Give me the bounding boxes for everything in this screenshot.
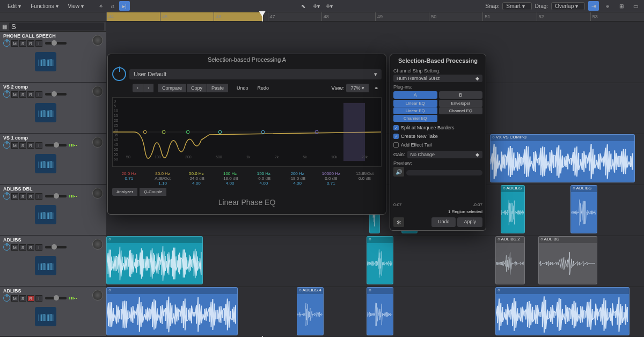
apply-button[interactable]: Apply — [457, 217, 482, 227]
track-icon[interactable] — [35, 103, 56, 122]
plugin-window[interactable]: Selection-based Processing A User Defaul… — [107, 54, 386, 215]
audio-region[interactable]: ○ — [367, 287, 393, 335]
track-header[interactable]: ADLIBS DBL M S R I — [0, 185, 106, 236]
plugin-slot[interactable]: Linear EQ — [393, 107, 437, 114]
volume-slider[interactable] — [45, 144, 67, 146]
track-icon[interactable] — [35, 256, 56, 275]
track-search-input[interactable] — [9, 23, 104, 31]
pointer-tool-icon[interactable]: ⬉ — [298, 1, 309, 11]
mute-button[interactable]: M — [11, 244, 18, 251]
audio-region[interactable]: ○ — [106, 236, 203, 284]
a-button[interactable]: A — [393, 91, 437, 99]
settings-icon[interactable]: ✻ — [393, 217, 404, 227]
pan-knob[interactable] — [92, 35, 103, 46]
plugin-slot[interactable]: Enveloper — [439, 100, 483, 107]
solo-button[interactable]: S — [19, 40, 26, 47]
plugin-slot[interactable]: Linear EQ — [393, 100, 437, 107]
tail-checkbox[interactable] — [393, 142, 399, 148]
track-power-button[interactable] — [3, 142, 10, 149]
track-icon[interactable] — [35, 205, 56, 224]
eq-band[interactable]: 12dB/Oct0.0 dB — [350, 171, 379, 186]
volume-slider[interactable] — [45, 195, 67, 197]
preview-slider[interactable] — [406, 170, 482, 175]
solo-button[interactable]: S — [19, 295, 26, 302]
plugin-power-button[interactable] — [112, 67, 126, 81]
track-header[interactable]: VS 1 comp M S R I — [0, 134, 106, 185]
functions-menu[interactable]: Functions▾ — [26, 2, 62, 10]
pan-knob[interactable] — [92, 86, 103, 97]
strip-select[interactable]: Hum Removal 50Hz◆ — [393, 75, 482, 82]
eq-band[interactable]: 20.0 Hz0.71 — [114, 171, 144, 186]
mute-button[interactable]: M — [11, 295, 18, 302]
audio-region[interactable]: ○ ADLIBS.2 — [495, 236, 525, 284]
sbp-undo-button[interactable]: Undo — [431, 217, 456, 227]
record-button[interactable]: R — [27, 91, 34, 98]
audio-region[interactable]: ○ — [367, 236, 393, 284]
eq-band[interactable]: 80.0 HzAdB/Oct1.10 — [148, 171, 178, 186]
track-icon[interactable] — [35, 307, 56, 326]
record-button[interactable]: R — [27, 142, 34, 149]
audio-region[interactable]: ○ ADLIBS — [538, 236, 597, 284]
snap-select[interactable]: Smart ▾ — [502, 2, 531, 10]
mute-button[interactable]: M — [11, 193, 18, 200]
volume-slider[interactable] — [45, 42, 67, 45]
undo-button[interactable]: Undo — [232, 84, 253, 92]
eq-band[interactable]: 150 Hz-6.0 dB4.00 — [249, 171, 279, 186]
pan-knob[interactable] — [92, 290, 103, 301]
record-button[interactable]: R — [27, 244, 34, 251]
input-button[interactable]: I — [35, 193, 42, 200]
next-preset-button[interactable]: › — [143, 84, 153, 92]
volume-slider[interactable] — [45, 93, 67, 96]
preview-play-button[interactable]: 🔊 — [393, 167, 404, 177]
audio-region[interactable]: ○ ADLIBS — [501, 185, 525, 233]
split-checkbox[interactable]: ✓ — [393, 125, 399, 130]
pan-knob[interactable] — [92, 137, 103, 148]
eq-band[interactable]: 100 Hz-18.0 dB4.00 — [215, 171, 245, 186]
marquee-tool-icon[interactable]: ✛▾ — [311, 1, 321, 11]
input-button[interactable]: I — [35, 142, 42, 149]
audio-region[interactable]: ○ ADLIBS — [570, 185, 597, 233]
add-track-icon[interactable]: ▦ — [2, 21, 7, 31]
b-button[interactable]: B — [439, 91, 483, 99]
volume-slider[interactable] — [45, 297, 67, 299]
solo-button[interactable]: S — [19, 193, 26, 200]
solo-button[interactable]: S — [19, 142, 26, 149]
track-icon[interactable] — [35, 154, 56, 173]
track-power-button[interactable] — [3, 193, 10, 200]
mute-button[interactable]: M — [11, 142, 18, 149]
input-button[interactable]: I — [35, 295, 42, 302]
track-header[interactable]: VS 2 comp M S R I — [0, 83, 106, 134]
track-power-button[interactable] — [3, 295, 10, 302]
eq-band[interactable]: 50.0 Hz-24.0 dB4.00 — [181, 171, 211, 186]
preset-select[interactable]: User Default▾ — [129, 69, 382, 79]
link-icon[interactable]: ⚭ — [371, 83, 382, 93]
track-header[interactable]: PHONE CALL SPEECH M S R I — [0, 32, 106, 83]
pan-knob[interactable] — [92, 239, 103, 250]
track-power-button[interactable] — [3, 244, 10, 251]
gain-select[interactable]: No Change◆ — [407, 151, 482, 158]
alt-tool-icon[interactable]: ✛▾ — [324, 1, 334, 11]
input-button[interactable]: I — [35, 244, 42, 251]
timeline-ruler[interactable]: 44454647484950515253 — [0, 12, 644, 21]
view-menu[interactable]: View▾ — [64, 2, 89, 10]
mute-button[interactable]: M — [11, 91, 18, 98]
eq-band[interactable]: 10000 Hz0.0 dB0.71 — [316, 171, 346, 186]
record-button[interactable]: R — [27, 40, 34, 47]
audio-region[interactable]: ○ — [106, 287, 238, 335]
toolbar-icon-d[interactable]: ▭ — [630, 1, 641, 11]
drag-select[interactable]: Overlap ▾ — [551, 2, 585, 10]
toolbar-icon-a[interactable]: ⇥ — [588, 1, 599, 11]
track-power-button[interactable] — [3, 40, 10, 47]
pan-knob[interactable] — [92, 188, 103, 199]
view-zoom-select[interactable]: 77% ▾ — [346, 84, 369, 92]
solo-button[interactable]: S — [19, 244, 26, 251]
volume-slider[interactable] — [45, 246, 67, 248]
toolbar-icon-b[interactable]: ⎆ — [602, 1, 613, 11]
paste-button[interactable]: Paste — [207, 84, 228, 92]
track-header[interactable]: ADLIBS M S R I — [0, 236, 106, 287]
record-button[interactable]: R — [27, 295, 34, 302]
input-button[interactable]: I — [35, 40, 42, 47]
audio-region[interactable]: ○ ADLIBS.4 — [297, 287, 324, 335]
audio-region[interactable]: ○ VX VS COMP-3 — [490, 134, 635, 182]
edit-menu[interactable]: Edit▾ — [3, 2, 25, 10]
